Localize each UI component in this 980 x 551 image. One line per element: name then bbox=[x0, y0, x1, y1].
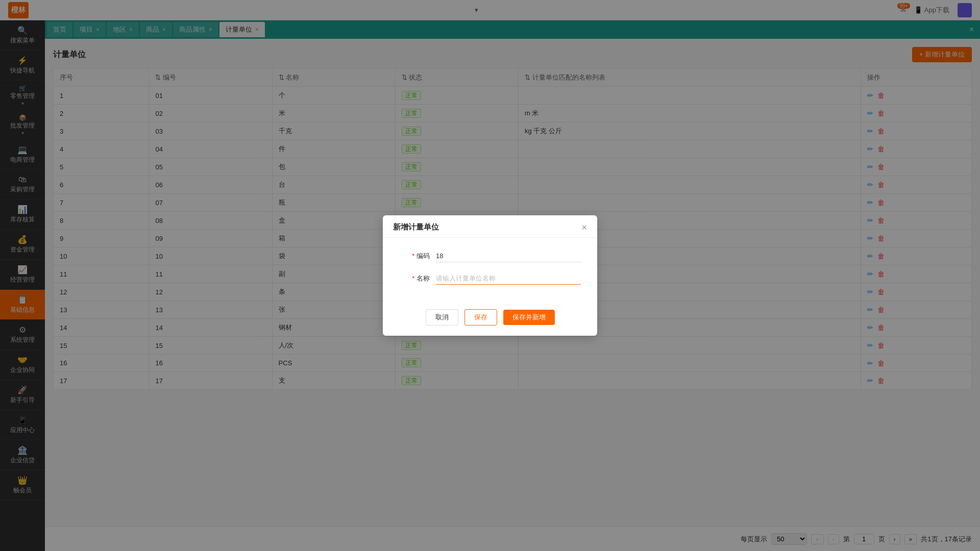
modal-title: 新增计量单位 bbox=[393, 222, 439, 232]
modal-footer: 取消 保存 保存并新增 bbox=[383, 303, 597, 336]
form-item-name: 名称 bbox=[399, 272, 581, 285]
modal-overlay[interactable]: 新增计量单位 × 编码 名称 取消 保存 保存并新增 bbox=[0, 0, 980, 551]
save-button[interactable]: 保存 bbox=[464, 309, 497, 325]
modal-body: 编码 名称 bbox=[383, 238, 597, 303]
save-and-new-button[interactable]: 保存并新增 bbox=[503, 310, 555, 325]
add-unit-modal: 新增计量单位 × 编码 名称 取消 保存 保存并新增 bbox=[383, 215, 597, 336]
cancel-button[interactable]: 取消 bbox=[426, 309, 458, 325]
form-item-code: 编码 bbox=[399, 250, 581, 262]
modal-close-button[interactable]: × bbox=[581, 223, 587, 232]
code-label: 编码 bbox=[399, 252, 430, 261]
modal-header: 新增计量单位 × bbox=[383, 215, 597, 238]
code-input[interactable] bbox=[436, 250, 581, 262]
name-label: 名称 bbox=[399, 274, 430, 283]
name-input[interactable] bbox=[436, 272, 581, 285]
